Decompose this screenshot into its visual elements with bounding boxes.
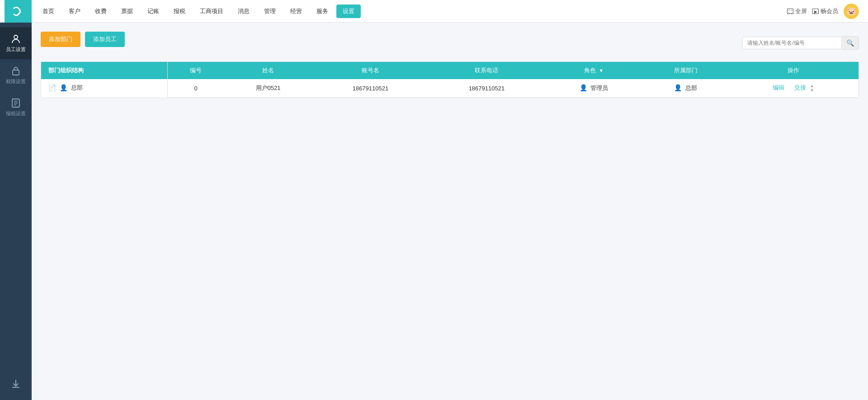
nav-item-service[interactable]: 服务 (310, 5, 335, 18)
cell-id: 0 (168, 79, 224, 98)
filter-icon: ▼ (599, 68, 604, 73)
search-container: 🔍 (742, 36, 859, 50)
sidebar-item-permissions[interactable]: 权限设置 (0, 59, 32, 91)
nav-item-operation[interactable]: 经营 (284, 5, 308, 18)
cell-phone: 18679110521 (429, 79, 545, 98)
avatar[interactable]: 🐷 (844, 4, 859, 19)
add-dept-button[interactable]: 添加部门 (41, 32, 80, 47)
tree-panel: 部门组织结构 📄 👤 总部 (41, 62, 168, 98)
col-header-name: 姓名 (224, 62, 312, 79)
tree-header: 部门组织结构 (41, 62, 167, 79)
cell-actions: 编辑 交接 ▲ ▼ (728, 79, 859, 98)
top-actions: 添加部门 添加员工 (41, 32, 125, 47)
search-icon: 🔍 (846, 39, 854, 47)
nav-item-manage[interactable]: 管理 (258, 5, 282, 18)
cell-role: 👤 管理员 (545, 79, 643, 98)
sidebar-item-employee[interactable]: 员工设置 (0, 27, 32, 59)
main-layout: 员工设置 权限设置 报税设置 (0, 23, 868, 400)
nav-item-fee[interactable]: 收费 (89, 5, 113, 18)
col-header-role[interactable]: 角色 ▼ (545, 62, 643, 79)
nav-item-accounting[interactable]: 记账 (141, 5, 165, 18)
member-button[interactable]: ▶ 畅会员 (812, 7, 838, 15)
nav-item-message[interactable]: 消息 (231, 5, 256, 18)
employee-icon (10, 33, 21, 44)
table-panel: 编号 姓名 账号名 联系电话 角色 ▼ 所属部门 操作 (168, 62, 859, 98)
two-col-layout: 部门组织结构 📄 👤 总部 编号 姓名 账号名 联系电话 (41, 61, 859, 98)
sidebar-label-permissions: 权限设置 (6, 78, 26, 85)
fullscreen-button[interactable]: ⛶ 全屏 (787, 7, 807, 15)
lock-icon (10, 66, 21, 76)
nav-item-settings[interactable]: 设置 (336, 5, 361, 18)
svg-rect-2 (13, 70, 19, 75)
add-employee-button[interactable]: 添加员工 (85, 32, 125, 47)
sidebar-bottom (0, 372, 32, 400)
video-icon: ▶ (812, 9, 819, 14)
cell-dept: 👤 总部 (643, 79, 728, 98)
file-icon: 📄 (48, 84, 56, 91)
nav-item-tax[interactable]: 报税 (167, 5, 192, 18)
edit-button[interactable]: 编辑 (773, 84, 784, 91)
sidebar-download-button[interactable] (0, 372, 32, 395)
nav-item-invoice[interactable]: 票据 (115, 5, 139, 18)
cell-account: 18679110521 (312, 79, 429, 98)
nav-item-business[interactable]: 工商项目 (193, 5, 230, 18)
col-header-action: 操作 (728, 62, 859, 79)
top-navigation: 首页 客户 收费 票据 记账 报税 工商项目 消息 管理 经营 服务 设置 ⛶ … (0, 0, 868, 23)
nav-item-customer[interactable]: 客户 (62, 5, 87, 18)
svg-point-0 (10, 4, 26, 19)
nav-menu: 首页 客户 收费 票据 记账 报税 工商项目 消息 管理 经营 服务 设置 (32, 5, 787, 18)
left-sidebar: 员工设置 权限设置 报税设置 (0, 23, 32, 400)
cell-name: 用户0521 (224, 79, 312, 98)
col-header-dept: 所属部门 (643, 62, 728, 79)
tree-item-general[interactable]: 📄 👤 总部 (41, 79, 167, 96)
transfer-button[interactable]: 交接 (794, 84, 806, 91)
table-row: 0 用户0521 18679110521 18679110521 👤 管理员 👤… (168, 79, 859, 98)
scroll-down-icon[interactable]: ▼ (810, 88, 814, 93)
svg-point-1 (14, 35, 18, 39)
tax-settings-icon (10, 98, 21, 108)
download-icon (10, 378, 21, 389)
dept-user-icon: 👤 (674, 84, 682, 91)
nav-item-home[interactable]: 首页 (36, 5, 61, 18)
user-icon: 👤 (60, 84, 67, 91)
table-header-row: 编号 姓名 账号名 联系电话 角色 ▼ 所属部门 操作 (168, 62, 859, 79)
logo (5, 0, 32, 23)
dept-label: 总部 (71, 84, 83, 92)
sidebar-label-employee: 员工设置 (6, 46, 26, 53)
role-user-icon: 👤 (580, 84, 587, 91)
col-header-account: 账号名 (312, 62, 429, 79)
sidebar-label-taxsettings: 报税设置 (6, 110, 26, 117)
sidebar-item-taxsettings[interactable]: 报税设置 (0, 91, 32, 123)
content-area: 添加部门 添加员工 🔍 部门组织结构 📄 👤 总部 (32, 23, 868, 400)
search-button[interactable]: 🔍 (842, 36, 859, 50)
fullscreen-icon: ⛶ (787, 9, 793, 14)
employee-table: 编号 姓名 账号名 联系电话 角色 ▼ 所属部门 操作 (168, 62, 859, 98)
table-body: 0 用户0521 18679110521 18679110521 👤 管理员 👤… (168, 79, 859, 98)
nav-right: ⛶ 全屏 ▶ 畅会员 🐷 (787, 4, 859, 19)
col-header-id: 编号 (168, 62, 224, 79)
col-header-phone: 联系电话 (429, 62, 545, 79)
search-input[interactable] (742, 37, 842, 49)
